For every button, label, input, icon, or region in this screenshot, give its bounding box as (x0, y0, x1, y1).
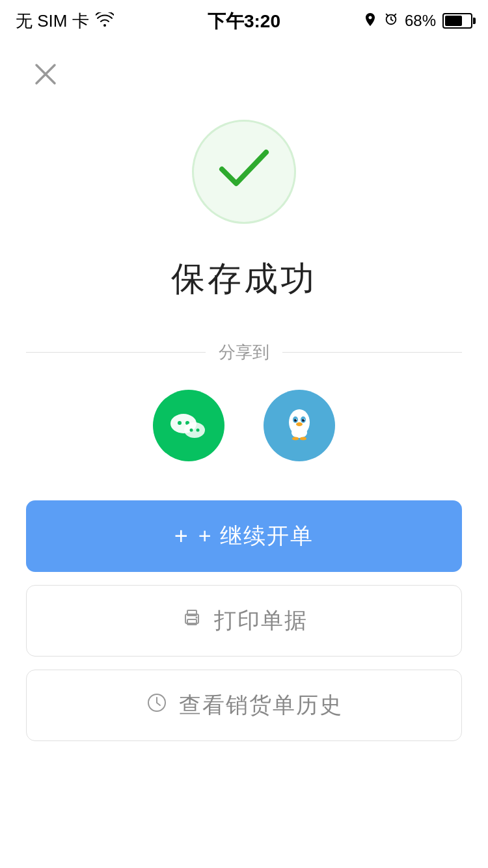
history-label: 查看销货单历史 (179, 690, 343, 720)
clock-icon (145, 691, 169, 720)
close-button[interactable] (26, 55, 65, 94)
svg-point-2 (178, 421, 182, 425)
continue-label: + 继续开单 (198, 521, 314, 551)
status-right: 68% (363, 12, 472, 30)
no-sim-text: 无 SIM 卡 (16, 10, 89, 33)
svg-point-16 (292, 437, 299, 441)
svg-point-13 (304, 419, 305, 420)
battery-percent: 68% (405, 12, 436, 30)
share-icons (26, 390, 462, 461)
status-left: 无 SIM 卡 (16, 10, 114, 33)
divider-line-right (282, 352, 462, 353)
svg-point-5 (190, 429, 193, 432)
svg-point-21 (196, 617, 198, 619)
checkmark-icon (218, 146, 270, 198)
share-section: 分享到 (26, 341, 462, 461)
svg-point-14 (296, 422, 303, 426)
print-button[interactable]: 打印单据 (26, 585, 462, 657)
alarm-icon (384, 12, 398, 30)
svg-point-6 (197, 429, 200, 432)
status-time: 下午3:20 (208, 9, 280, 34)
close-button-container (26, 55, 462, 94)
history-button[interactable]: 查看销货单历史 (26, 670, 462, 741)
main-content: 保存成功 分享到 (0, 42, 488, 741)
success-title: 保存成功 (171, 256, 317, 302)
battery-fill (445, 16, 462, 26)
plus-icon: + (174, 522, 188, 550)
location-icon (363, 12, 377, 30)
share-label: 分享到 (219, 341, 269, 364)
printer-icon (180, 606, 204, 635)
wifi-icon (96, 11, 114, 31)
status-bar: 无 SIM 卡 下午3:20 68% (0, 0, 488, 42)
success-circle (192, 120, 296, 224)
battery-icon (442, 13, 472, 29)
svg-point-10 (296, 419, 297, 420)
svg-point-15 (291, 427, 307, 438)
wechat-share-button[interactable] (153, 390, 224, 461)
share-divider: 分享到 (26, 341, 462, 364)
divider-line-left (26, 352, 206, 353)
svg-point-4 (184, 422, 205, 438)
qq-share-button[interactable] (264, 390, 335, 461)
action-buttons: + + 继续开单 打印单据 查看销货单历 (26, 500, 462, 741)
svg-point-17 (300, 437, 306, 441)
print-label: 打印单据 (214, 606, 308, 636)
continue-button[interactable]: + + 继续开单 (26, 500, 462, 572)
